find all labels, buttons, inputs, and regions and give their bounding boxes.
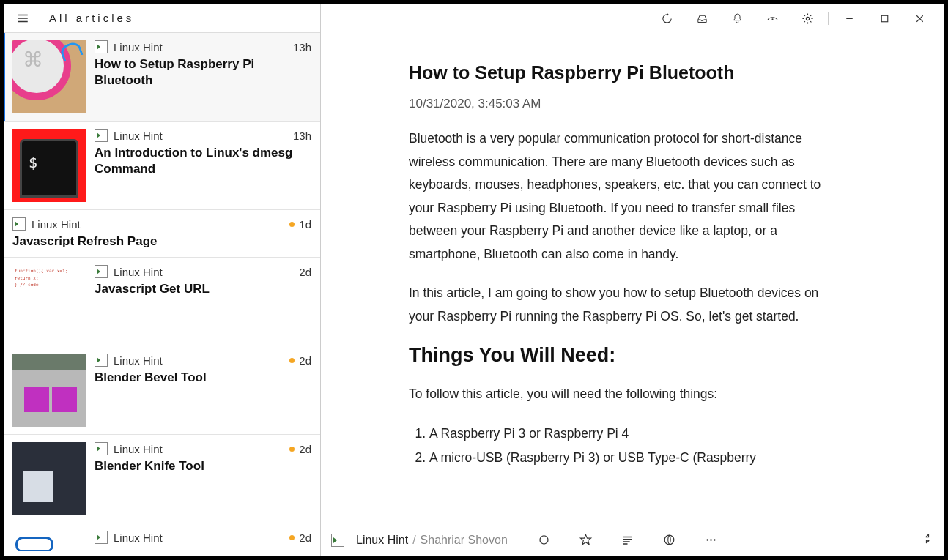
- status-author[interactable]: Shahriar Shovon: [421, 534, 508, 547]
- article-source: Linux Hint: [95, 442, 163, 455]
- svg-point-3: [540, 536, 548, 544]
- more-button[interactable]: [704, 533, 718, 547]
- sidebar-header: All articles: [4, 4, 320, 33]
- status-favicon: [331, 534, 344, 547]
- article-title: An Introduction to Linux's dmesg Command: [95, 145, 311, 177]
- mark-read-button[interactable]: [537, 533, 551, 547]
- circle-icon: [537, 533, 551, 547]
- unread-dot: [289, 222, 295, 227]
- article-source: Linux Hint: [12, 217, 81, 231]
- article-time: 13h: [293, 130, 311, 142]
- maximize-icon: [878, 12, 891, 25]
- article-source: Linux Hint: [95, 40, 163, 53]
- article-item[interactable]: ⌘ Linux Hint 13h How to Setup Raspberry …: [4, 33, 320, 122]
- article-item[interactable]: Linux Hint 13h An Introduction to Linux'…: [4, 122, 320, 210]
- source-favicon: [95, 442, 108, 455]
- svg-rect-2: [881, 15, 888, 22]
- close-button[interactable]: [902, 4, 937, 33]
- inbox-icon: [696, 12, 708, 25]
- article-time: 2d: [289, 354, 311, 367]
- minimize-icon: [843, 12, 856, 25]
- article-title: How to Setup Raspberry Pi Bluetooth: [95, 56, 311, 89]
- article-title: Javascript Get URL: [95, 281, 311, 297]
- svg-point-6: [710, 539, 712, 541]
- content-title: How to Setup Raspberry Pi Bluetooth: [409, 62, 834, 83]
- article-source: Linux Hint: [95, 354, 163, 367]
- statusbar: Linux Hint / Shahriar Shovon: [321, 523, 944, 556]
- article-item[interactable]: Linux Hint 2d Blender Knife Tool: [4, 435, 320, 523]
- more-icon: [704, 533, 718, 547]
- source-favicon: [12, 217, 26, 231]
- status-actions: [537, 533, 718, 547]
- eye-icon: [766, 12, 779, 25]
- close-icon: [914, 12, 926, 25]
- globe-icon: [662, 533, 676, 547]
- content-list: A Raspberry Pi 3 or Raspberry Pi 4 A mic…: [429, 422, 834, 470]
- article-source: Linux Hint: [95, 129, 163, 142]
- list-item: A Raspberry Pi 3 or Raspberry Pi 4: [429, 422, 834, 446]
- article-source: Linux Hint: [95, 265, 163, 278]
- article-thumbnail: [12, 442, 86, 515]
- text-icon: [621, 533, 634, 547]
- article-thumbnail: [12, 129, 86, 202]
- article-list[interactable]: ⌘ Linux Hint 13h How to Setup Raspberry …: [4, 33, 320, 556]
- app-window: All articles ⌘ Linux Hint 13h How to Set…: [4, 4, 944, 556]
- text-view-button[interactable]: [621, 533, 634, 547]
- article-time: 2d: [289, 531, 311, 544]
- content-date: 10/31/2020, 3:45:03 AM: [409, 97, 834, 111]
- main-pane: How to Setup Raspberry Pi Bluetooth 10/3…: [321, 4, 944, 556]
- status-source[interactable]: Linux Hint: [356, 534, 408, 547]
- open-browser-button[interactable]: [662, 533, 676, 547]
- article-thumbnail: [12, 531, 86, 551]
- article-time: 13h: [293, 41, 311, 53]
- star-icon: [579, 533, 593, 547]
- menu-button[interactable]: [12, 8, 33, 29]
- article-item[interactable]: Linux Hint 1d Javascript Refresh Page: [4, 210, 320, 258]
- article-item[interactable]: Linux Hint 2d: [4, 523, 320, 551]
- article-content[interactable]: How to Setup Raspberry Pi Bluetooth 10/3…: [321, 33, 944, 523]
- article-title: Blender Bevel Tool: [95, 370, 311, 386]
- article-time: 2d: [289, 443, 311, 455]
- article-item[interactable]: Linux Hint 2d Javascript Get URL: [4, 258, 320, 346]
- refresh-button[interactable]: [649, 4, 684, 33]
- article-title: Blender Knife Tool: [95, 458, 311, 474]
- article-thumbnail: [12, 354, 86, 427]
- collapse-button[interactable]: [921, 532, 934, 548]
- star-button[interactable]: [579, 533, 593, 547]
- toolbar: [321, 4, 944, 33]
- content-paragraph: In this article, I am going to show you …: [409, 282, 834, 328]
- source-favicon: [95, 129, 108, 142]
- article-thumbnail: [12, 265, 86, 338]
- unread-dot: [289, 447, 295, 452]
- article-source: Linux Hint: [95, 531, 163, 544]
- svg-point-1: [806, 17, 809, 20]
- source-favicon: [95, 354, 108, 367]
- hamburger-icon: [16, 12, 29, 25]
- gear-icon: [801, 12, 814, 25]
- maximize-button[interactable]: [867, 4, 902, 33]
- article-thumbnail: ⌘: [12, 40, 86, 113]
- article-item[interactable]: Linux Hint 2d Blender Bevel Tool: [4, 346, 320, 435]
- status-separator: /: [412, 534, 415, 547]
- source-favicon: [95, 531, 108, 544]
- source-favicon: [95, 265, 108, 278]
- settings-button[interactable]: [790, 4, 825, 33]
- article-title: Javascript Refresh Page: [12, 234, 311, 250]
- unread-dot: [289, 535, 295, 540]
- svg-point-7: [714, 539, 716, 541]
- svg-point-0: [771, 18, 773, 20]
- article-time: 1d: [289, 218, 311, 231]
- view-button[interactable]: [755, 4, 790, 33]
- unread-dot: [289, 358, 295, 363]
- sidebar: All articles ⌘ Linux Hint 13h How to Set…: [4, 4, 321, 556]
- notifications-button[interactable]: [719, 4, 755, 33]
- refresh-icon: [661, 12, 673, 25]
- content-paragraph: To follow this article, you will need th…: [409, 383, 834, 406]
- list-item: A micro-USB (Raspberry Pi 3) or USB Type…: [429, 447, 834, 470]
- source-favicon: [95, 40, 108, 53]
- inbox-button[interactable]: [684, 4, 719, 33]
- content-paragraph: Bluetooth is a very popular communicatio…: [409, 127, 834, 266]
- sidebar-title: All articles: [49, 12, 134, 24]
- minimize-button[interactable]: [832, 4, 867, 33]
- content-heading: Things You Will Need:: [409, 344, 834, 367]
